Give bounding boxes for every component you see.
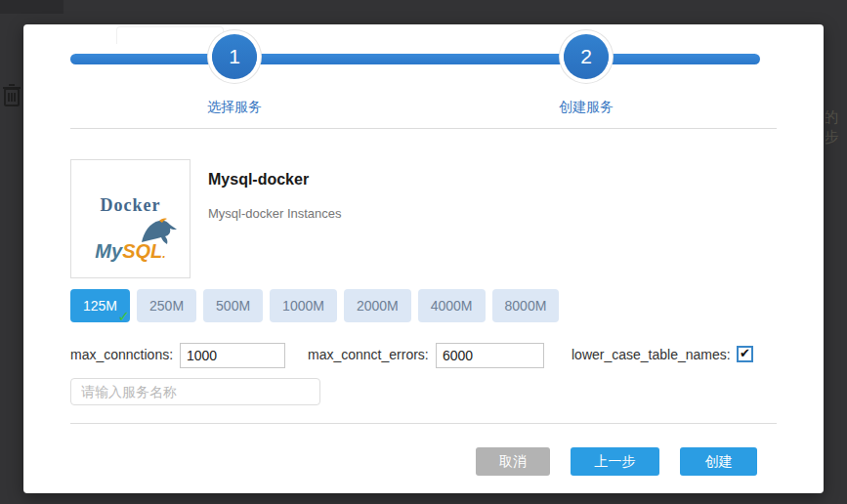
memory-option-250m[interactable]: 250M [137, 289, 196, 322]
selected-check-icon: ✓ [117, 308, 130, 325]
service-config-row: max_connctions: max_connct_errors: lower… [70, 340, 777, 369]
memory-option-4000m[interactable]: 4000M [418, 289, 486, 322]
memory-size-options: 125M ✓ 250M 500M 1000M 2000M 4000M 8000M [70, 289, 559, 322]
step-2-circle: 2 [564, 34, 609, 79]
service-name-row [70, 378, 320, 405]
max-connections-input[interactable] [180, 343, 285, 368]
step-1: 1 选择服务 [166, 34, 303, 116]
header-divider [70, 128, 777, 129]
checkbox-check-icon: ✔ [740, 346, 750, 360]
cancel-button[interactable]: 取消 [476, 447, 550, 476]
trash-icon [2, 82, 21, 107]
background-text-fragments: 的 步 [826, 107, 847, 147]
background-top-band [0, 0, 64, 14]
previous-step-button[interactable]: 上一步 [571, 447, 659, 476]
mysql-logo-text: MySQL. [71, 240, 190, 263]
modal-footer: 取消 上一步 创建 [23, 447, 824, 476]
screen-background: 的 步 1 选择服务 2 创建服务 Docker [0, 0, 847, 504]
max-connect-errors-label: max_connct_errors: [308, 347, 429, 362]
memory-option-8000m[interactable]: 8000M [492, 289, 560, 322]
memory-option-2000m[interactable]: 2000M [344, 289, 411, 322]
step-indicator: 1 选择服务 2 创建服务 [23, 24, 824, 128]
step-1-label: 选择服务 [166, 99, 303, 116]
lower-case-table-names-checkbox[interactable]: ✔ [737, 346, 753, 362]
background-text-line: 步 [826, 127, 847, 147]
step-2: 2 创建服务 [518, 34, 655, 116]
service-name-input[interactable] [70, 378, 320, 405]
mysql-logo-dot: . [162, 247, 165, 261]
mysql-logo-sql: SQL [122, 240, 162, 262]
memory-option-label: 125M [83, 298, 117, 314]
memory-option-1000m[interactable]: 1000M [270, 289, 337, 322]
max-connect-errors-input[interactable] [436, 343, 544, 368]
step-2-label: 创建服务 [518, 99, 655, 116]
footer-divider [70, 423, 777, 424]
lower-case-table-names-label: lower_case_table_names: [572, 347, 731, 362]
create-button[interactable]: 创建 [680, 447, 757, 476]
background-text-line: 的 [826, 107, 847, 127]
docker-logo-text: Docker [71, 195, 190, 216]
service-subtitle: Mysql-docker Instances [208, 206, 342, 221]
step-1-circle: 1 [212, 34, 257, 79]
service-logo: Docker MySQL. [70, 159, 191, 278]
max-connections-label: max_connctions: [70, 347, 173, 362]
service-title: Mysql-docker [208, 171, 309, 189]
memory-option-500m[interactable]: 500M [203, 289, 263, 322]
mysql-logo-my: My [95, 240, 122, 262]
memory-option-125m[interactable]: 125M ✓ [70, 289, 130, 322]
create-service-modal: 1 选择服务 2 创建服务 Docker MySQL. Mysql-docker… [23, 24, 824, 493]
